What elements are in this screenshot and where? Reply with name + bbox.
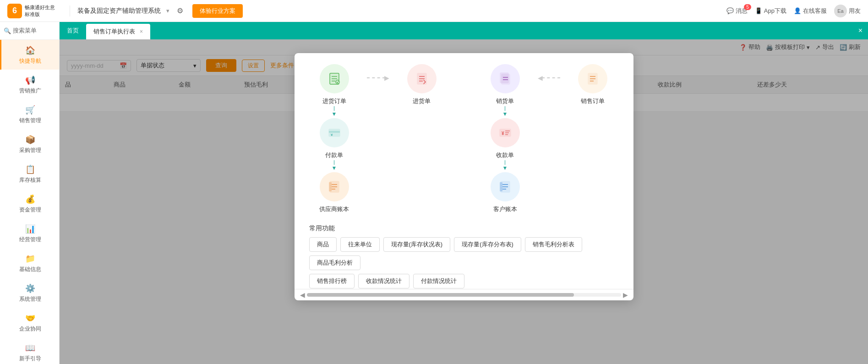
sidebar-item-marketing[interactable]: 📢 营销推广 — [0, 70, 59, 99]
svg-rect-31 — [500, 182, 502, 191]
svg-point-5 — [336, 80, 339, 84]
flow-diagram: 进货订单 ▼ — [309, 64, 619, 213]
sales-order-node[interactable]: 销售订单 — [568, 64, 618, 105]
func-btn-contacts[interactable]: 往来单位 — [340, 237, 380, 252]
modal-content: 进货订单 ▼ — [295, 53, 633, 289]
logo-text: 畅康通好生意 标准版 — [25, 4, 55, 17]
payment-node[interactable]: ¥ 付款单 — [309, 118, 360, 159]
mobile-icon: 📱 — [755, 7, 762, 14]
sales-icon: 🛒 — [25, 105, 35, 115]
sales-bill-icon — [491, 64, 520, 93]
tab-close-icon[interactable]: × — [140, 28, 143, 35]
left-flow-col: 进货订单 ▼ — [309, 64, 360, 213]
scroll-right-arrow[interactable]: ▶ — [621, 291, 630, 299]
guide-icon: 📖 — [25, 343, 35, 353]
func-btn-inventory-status[interactable]: 现存量(库存状况表) — [383, 237, 451, 252]
sidebar-item-operations[interactable]: 📊 经营管理 — [0, 218, 59, 248]
online-service-action[interactable]: 👤 在线客服 — [794, 7, 827, 15]
func-btn-product[interactable]: 商品 — [309, 237, 337, 252]
svg-text:¥: ¥ — [330, 133, 333, 137]
content-wrapper: ❓ 帮助 🖨️ 按模板打印 ▾ ↗ 导出 🔄 刷新 — [60, 39, 868, 364]
purchase-bill-node[interactable]: 进货单 — [397, 64, 447, 105]
sidebar-item-quick-nav[interactable]: 🏠 快捷导航 — [0, 40, 59, 70]
settings-icon[interactable]: ⚙ — [177, 6, 183, 15]
content-area: 首页 销售订单执行表 × × ❓ 帮助 🖨️ — [60, 22, 868, 364]
func-btn-payment-stats[interactable]: 付款情况统计 — [413, 274, 464, 288]
scroll-thumb — [307, 293, 574, 297]
user-label: 用友 — [849, 7, 861, 15]
online-service-label: 在线客服 — [803, 7, 827, 15]
sidebar-item-guide[interactable]: 📖 新手引导 — [0, 337, 59, 364]
func-buttons-row-2: 销售排行榜 收款情况统计 付款情况统计 — [309, 274, 619, 288]
sidebar-item-system[interactable]: ⚙️ 系统管理 — [0, 278, 59, 308]
tab-home[interactable]: 首页 — [60, 22, 86, 39]
sidebar-item-inventory[interactable]: 📋 库存核算 — [0, 159, 59, 189]
func-buttons-row-1: 商品 往来单位 现存量(库存状况表) 现存量(库存分布表) 销售毛利分析表 商品… — [309, 237, 619, 270]
search-icon: 🔍 — [4, 27, 11, 34]
sidebar-item-label: 基础信息 — [19, 266, 41, 273]
payment-label: 付款单 — [325, 151, 343, 159]
app-download-action[interactable]: 📱 App下载 — [755, 7, 786, 15]
sidebar-item-label: 营销推广 — [19, 87, 41, 95]
arrow-down-3: ▼ — [502, 106, 508, 117]
payment-icon: ¥ — [320, 118, 349, 147]
sidebar-item-label: 资金管理 — [19, 206, 41, 214]
logo-area: 6 畅康通好生意 标准版 — [7, 4, 62, 18]
right-col: 销售订单 — [568, 64, 618, 105]
scroll-track[interactable] — [307, 293, 621, 297]
sidebar-item-label: 快捷导航 — [19, 57, 41, 65]
sales-order-label: 销售订单 — [581, 97, 605, 105]
sidebar-item-label: 新手引导 — [19, 355, 41, 363]
service-icon: 👤 — [794, 7, 801, 14]
finance-icon: 💰 — [25, 194, 35, 204]
sidebar-item-basic-info[interactable]: 📁 基础信息 — [0, 248, 59, 278]
svg-text:¥: ¥ — [502, 131, 504, 136]
sales-order-tab-label: 销售订单执行表 — [93, 27, 135, 36]
middle-left-col: 进货单 — [397, 64, 447, 105]
message-action[interactable]: 💬 消息 5 — [726, 7, 748, 15]
receipt-label: 收款单 — [496, 151, 514, 159]
arrow-down-1: ▼ — [332, 106, 337, 117]
purchase-order-node[interactable]: 进货订单 — [309, 64, 360, 105]
sales-bill-label: 销货单 — [496, 97, 514, 105]
supplier-ledger-node[interactable]: 供应商账本 — [309, 172, 360, 213]
purchase-bill-label: 进货单 — [413, 97, 431, 105]
purchase-bill-icon — [407, 64, 437, 93]
search-menu[interactable]: 🔍 搜索菜单 — [0, 22, 59, 40]
h-arrow-1: ▶ — [367, 74, 389, 81]
home-tab-label: 首页 — [67, 27, 79, 35]
sidebar-item-label: 采购管理 — [19, 147, 41, 154]
sidebar-item-enterprise[interactable]: 🤝 企业协同 — [0, 308, 59, 337]
system-dropdown-arrow[interactable]: ▾ — [166, 7, 169, 14]
app-download-label: App下载 — [764, 7, 786, 15]
experience-button[interactable]: 体验行业方案 — [192, 4, 243, 18]
arrow-down-2: ▼ — [332, 160, 337, 171]
sidebar-item-label: 经营管理 — [19, 236, 41, 244]
func-btn-inventory-dist[interactable]: 现存量(库存分布表) — [454, 237, 521, 252]
modal-overlay[interactable]: 进货订单 ▼ — [60, 39, 868, 364]
sidebar-item-label: 销售管理 — [19, 117, 41, 125]
receipt-node[interactable]: ¥ 收款单 — [480, 118, 530, 159]
customer-ledger-node[interactable]: 客户账本 — [480, 172, 530, 213]
operations-icon: 📊 — [25, 224, 35, 234]
func-btn-product-margin[interactable]: 商品毛利分析 — [309, 255, 360, 270]
sidebar-item-purchase[interactable]: 📦 采购管理 — [0, 129, 59, 159]
common-functions-title: 常用功能 — [309, 224, 619, 233]
enterprise-icon: 🤝 — [25, 313, 35, 323]
sidebar-item-finance[interactable]: 💰 资金管理 — [0, 189, 59, 218]
func-btn-sales-margin[interactable]: 销售毛利分析表 — [525, 237, 582, 252]
scroll-left-arrow[interactable]: ◀ — [298, 291, 307, 299]
sales-bill-node[interactable]: 销货单 — [480, 64, 530, 105]
tab-sales-order[interactable]: 销售订单执行表 × — [86, 24, 150, 39]
purchase-icon: 📦 — [25, 135, 35, 145]
func-btn-sales-ranking[interactable]: 销售排行榜 — [309, 274, 355, 288]
svg-rect-19 — [502, 74, 510, 84]
func-btn-receipt-stats[interactable]: 收款情况统计 — [358, 274, 409, 288]
arrow-down-4: ▼ — [502, 160, 508, 171]
svg-rect-13 — [329, 182, 332, 191]
common-functions: 常用功能 商品 往来单位 现存量(库存状况表) 现存量(库存分布表) 销售毛利分… — [309, 224, 619, 288]
sidebar-item-sales[interactable]: 🛒 销售管理 — [0, 99, 59, 129]
home-icon: 🏠 — [25, 45, 35, 55]
user-action[interactable]: Ea 用友 — [834, 5, 861, 17]
close-all-tabs[interactable]: × — [858, 27, 868, 35]
